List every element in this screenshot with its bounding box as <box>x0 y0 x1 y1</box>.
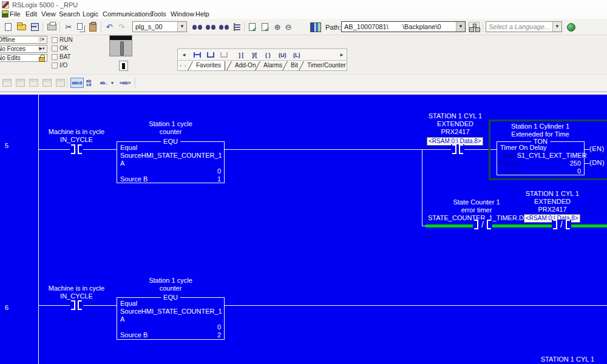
edit-rung-icon[interactable] <box>1 78 12 88</box>
verify-project-icon[interactable] <box>259 22 270 32</box>
tag-description: PRX2417 <box>513 206 592 214</box>
menu-edit[interactable]: Edit <box>25 10 37 18</box>
xio-instruction-icon[interactable]: ]/[ <box>252 50 257 59</box>
tag-name[interactable]: IN_CYCLE <box>28 136 125 144</box>
new-icon[interactable] <box>2 22 13 32</box>
pane-splitter[interactable] <box>0 92 607 93</box>
rswho-icon[interactable] <box>310 22 321 32</box>
redo-icon[interactable]: ↷ <box>116 22 127 32</box>
text-options-icon[interactable]: ab.. <box>98 78 109 88</box>
operand-tag[interactable]: HMI_STATE_COUNTER_1 <box>141 308 222 323</box>
cut-icon[interactable]: ✂ <box>63 22 74 32</box>
menu-help[interactable]: Help <box>195 10 209 18</box>
who-active-icon[interactable] <box>469 22 480 32</box>
forces-field[interactable]: No Forces ▶▾ <box>0 45 47 53</box>
open-icon[interactable] <box>16 22 27 32</box>
routine-combo-value: plg_s_00 <box>135 23 163 30</box>
menu-logic[interactable]: Logic <box>83 10 98 18</box>
main-toolbar: ✂ ↶ ↷ plg_s_00 ▼ ⊕ ⊖ Path: AB_10007081\ … <box>0 19 607 35</box>
gray-glyph <box>42 79 52 87</box>
tab-timer-counter[interactable]: Timer/Counter <box>301 61 350 70</box>
controller-mode-menu-icon[interactable]: ▯▾ <box>38 36 46 42</box>
rung-number[interactable]: 5 <box>5 142 8 149</box>
zoom-out-icon[interactable]: ⊖ <box>283 22 294 32</box>
toggle-description-icon[interactable]: abcd <box>70 78 84 88</box>
toggle-comment-icon[interactable]: ab cd <box>86 78 96 88</box>
ladder-editor[interactable]: 5 Machine is in cycle IN_CYCLE Station 1… <box>0 95 607 364</box>
tag-description: EXTENDED <box>419 120 492 128</box>
operand-value[interactable]: 250 <box>570 160 581 167</box>
save-floppy-glyph <box>31 23 39 31</box>
branch-level-icon[interactable] <box>220 50 228 59</box>
gray-glyph <box>2 79 12 87</box>
ton-block[interactable]: TON Timer On Delay TimerS1_CYL1_EXT_TIME… <box>497 141 585 175</box>
new-rung-icon[interactable] <box>194 50 201 59</box>
chevron-down-icon[interactable]: ▼ <box>177 22 186 32</box>
menu-tools[interactable]: Tools <box>151 10 166 18</box>
tag-name[interactable]: IN_CYCLE <box>28 292 125 300</box>
menu-window[interactable]: Window <box>171 10 194 18</box>
operand-tag[interactable]: HMI_STATE_COUNTER_1 <box>141 152 222 167</box>
menu-communications[interactable]: Communications <box>103 10 152 18</box>
operand-value[interactable]: 2 <box>217 331 221 339</box>
rung-number[interactable]: 6 <box>5 304 8 311</box>
language-combo[interactable]: Select a Language... ▼ <box>486 21 562 32</box>
paste-icon[interactable] <box>87 22 98 32</box>
dn-coil: (DN) <box>589 159 605 167</box>
edits-value: No Edits <box>0 55 21 61</box>
find-replace-icon[interactable] <box>219 22 229 32</box>
controller-mode-field[interactable]: Offline ▯▾ <box>0 36 47 44</box>
print-icon[interactable] <box>46 22 57 32</box>
xic-instruction-icon[interactable]: ] [ <box>239 50 244 59</box>
toggle-tag-icon[interactable]: <ab> <box>118 78 132 88</box>
undo-icon[interactable]: ↶ <box>104 22 115 32</box>
menu-file[interactable]: File <box>10 10 21 18</box>
palette-scroll-left-icon[interactable]: ◄ <box>181 50 186 59</box>
branch-icon[interactable] <box>207 50 214 59</box>
path-value-right: \Backplane\0 <box>402 23 441 30</box>
edits-field[interactable]: No Edits <box>0 54 47 62</box>
xic-contact-in-cycle[interactable] <box>70 300 83 310</box>
chevron-down-icon[interactable]: ▼ <box>552 22 561 32</box>
language-globe-icon[interactable] <box>566 22 577 32</box>
xic-contact-in-cycle[interactable] <box>70 144 83 154</box>
chevron-down-icon[interactable]: ▼ <box>456 22 465 32</box>
chevron-down-icon[interactable]: ▾ <box>109 78 115 88</box>
tabs-scroll-right-icon[interactable]: › <box>185 63 186 69</box>
path-combo[interactable]: AB_10007081\ \Backplane\0 ▼ <box>341 21 466 32</box>
otu-instruction-icon[interactable]: (U) <box>279 50 287 59</box>
find-next-icon[interactable] <box>205 22 216 32</box>
ote-instruction-icon[interactable]: ( ) <box>265 50 271 59</box>
menu-search[interactable]: Search <box>59 10 80 18</box>
toolbar-separator <box>67 78 67 88</box>
verify-routine-icon[interactable] <box>246 22 257 32</box>
routine-combo[interactable]: plg_s_00 ▼ <box>132 21 187 32</box>
edit-test-icon[interactable] <box>55 78 66 88</box>
tab-favorites[interactable]: Favorites <box>190 61 225 70</box>
cross-reference-icon[interactable] <box>232 22 243 32</box>
edit-accept-icon[interactable] <box>15 78 25 88</box>
edit-cancel-icon[interactable] <box>28 78 39 88</box>
toolbar-separator <box>244 22 245 32</box>
palette-scroll-right-icon[interactable]: ► <box>339 50 344 59</box>
operand-value[interactable]: 0 <box>577 167 581 175</box>
xic-contact-prx2417[interactable] <box>451 144 464 154</box>
operand-tag[interactable]: S1_CYL1_EXT_TIMER <box>517 152 587 160</box>
copy-icon[interactable] <box>75 22 86 32</box>
operand-value[interactable]: 1 <box>217 175 221 183</box>
otl-instruction-icon[interactable]: (L) <box>293 50 300 59</box>
xio-contact-prx2417[interactable]: / <box>552 220 571 229</box>
menu-view[interactable]: View <box>41 10 56 18</box>
save-icon[interactable] <box>29 22 40 32</box>
tab-alarms[interactable]: Alarms <box>257 61 286 70</box>
edit-assemble-icon[interactable] <box>41 78 52 88</box>
forces-menu-icon[interactable]: ▶▾ <box>38 46 46 52</box>
tag-description: EXTENDED <box>513 198 592 206</box>
zoom-in-icon[interactable]: ⊕ <box>272 22 283 32</box>
gray-glyph <box>16 79 25 87</box>
equ-block[interactable]: EQU Equal Source AHMI_STATE_COUNTER_1 0 … <box>117 297 225 340</box>
tabs-scroll-left-icon[interactable]: ‹ <box>180 63 181 69</box>
xio-contact-timer-dn[interactable]: / <box>473 220 492 229</box>
find-icon[interactable] <box>192 22 203 32</box>
equ-block[interactable]: EQU Equal Source AHMI_STATE_COUNTER_1 0 … <box>117 141 225 183</box>
